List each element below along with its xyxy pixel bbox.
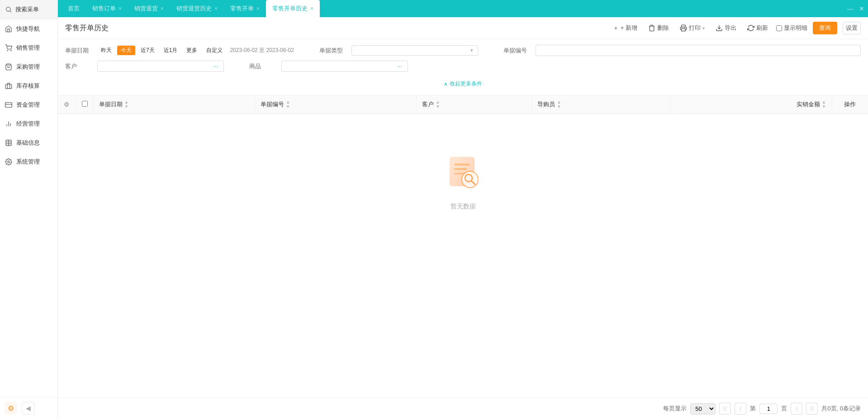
per-page-select[interactable]: 50 10 20 100 <box>690 403 716 414</box>
th-guide[interactable]: 导购员 ▲▼ <box>532 95 670 114</box>
print-button[interactable]: 打印 ▾ <box>677 22 707 34</box>
print-dropdown-icon[interactable]: ▾ <box>702 26 705 31</box>
goods-dots[interactable]: ··· <box>395 63 404 70</box>
sidebar-item-label: 库存核算 <box>16 82 40 90</box>
tab-retail-open-history-label: 零售开单历史 <box>272 5 308 13</box>
th-doc-number-sort[interactable]: 单据编号 ▲▼ <box>261 100 411 109</box>
tab-sales-return-label: 销货退货 <box>134 5 158 13</box>
tab-sales-order-close[interactable]: × <box>119 5 122 12</box>
display-detail-checkbox[interactable]: 显示明细 <box>776 24 807 32</box>
date-range-text: 2023-06-02 至 2023-06-02 <box>230 47 294 54</box>
export-button[interactable]: 导出 <box>713 22 739 34</box>
sidebar: 搜索采单 快捷导航 销售管理 采购管理 库存核算 资金管理 经营 <box>0 0 58 419</box>
page-number-input[interactable] <box>759 404 778 414</box>
select-all-checkbox[interactable] <box>82 101 88 107</box>
th-doc-date-sort[interactable]: 单据日期 ▲▼ <box>99 100 249 109</box>
tab-retail-open[interactable]: 零售开单 × <box>224 0 266 17</box>
date-shortcut-today[interactable]: 今天 <box>117 46 135 55</box>
tab-sales-order[interactable]: 销售订单 × <box>86 0 128 17</box>
sort-icon: ▲▼ <box>436 100 440 109</box>
date-shortcut-more[interactable]: 更多 <box>183 46 201 55</box>
trash-icon <box>648 24 655 32</box>
th-guide-sort[interactable]: 导购员 ▲▼ <box>537 100 664 109</box>
sidebar-item-label: 基础信息 <box>16 139 40 147</box>
window-minimize-button[interactable]: — <box>847 5 854 12</box>
svg-rect-19 <box>454 164 470 165</box>
doc-number-label: 单据编号 <box>503 47 528 55</box>
sidebar-collapse-button[interactable]: ◀ <box>22 402 34 414</box>
add-label: + 新增 <box>621 24 637 32</box>
sidebar-search[interactable]: 搜索采单 <box>0 0 57 19</box>
query-button[interactable]: 查询 <box>813 22 837 34</box>
svg-rect-5 <box>5 85 11 89</box>
th-amount-sort[interactable]: 实销金额 ▲▼ <box>676 100 826 109</box>
tab-retail-open-close[interactable]: × <box>256 5 260 12</box>
delete-label: 删除 <box>657 24 669 32</box>
goods-input[interactable]: ··· <box>281 61 408 72</box>
svg-rect-20 <box>454 168 467 170</box>
sidebar-item-operations[interactable]: 经营管理 <box>0 114 57 133</box>
total-info: 共0页, 0条记录 <box>821 405 861 413</box>
th-doc-date-label: 单据日期 <box>99 100 123 108</box>
sort-icon: ▲▼ <box>557 100 561 109</box>
pagination: 每页显示 50 10 20 100 ⟨⟨ ⟨ 第 页 ⟩ ⟩⟩ 共0页, 0条记… <box>58 398 868 419</box>
sidebar-item-sys-mgmt[interactable]: 系统管理 <box>0 152 57 171</box>
tab-home[interactable]: 首页 <box>62 0 86 17</box>
th-amount[interactable]: 实销金额 ▲▼ <box>670 95 832 114</box>
refresh-button[interactable]: 刷新 <box>745 22 771 34</box>
filter-row-1: 单据日期 昨天 今天 近7天 近1月 更多 自定义 2023-06-02 至 2… <box>65 45 861 56</box>
tab-sales-return[interactable]: 销货退货 × <box>128 0 170 17</box>
th-doc-date[interactable]: 单据日期 ▲▼ <box>93 95 255 114</box>
customer-input[interactable]: ··· <box>97 61 224 72</box>
window-close-button[interactable]: ✕ <box>859 5 864 12</box>
collapse-row: ∧ 收起更多条件 <box>65 76 861 89</box>
date-shortcut-yesterday[interactable]: 昨天 <box>97 46 115 55</box>
settings-icon <box>5 158 13 166</box>
per-page-label: 每页显示 <box>663 405 687 413</box>
th-actions: 操作 <box>832 95 868 114</box>
th-checkbox[interactable] <box>76 95 93 114</box>
add-icon: ＋ <box>613 24 619 32</box>
th-customer-label: 客户 <box>422 100 434 108</box>
first-page-button[interactable]: ⟨⟨ <box>719 403 731 414</box>
date-shortcut-1month[interactable]: 近1月 <box>160 46 181 55</box>
page-header: 零售开单历史 ＋ + 新增 删除 打印 ▾ <box>58 17 868 39</box>
sidebar-item-sales-mgmt[interactable]: 销售管理 <box>0 38 57 57</box>
last-page-button[interactable]: ⟩⟩ <box>806 403 818 414</box>
settings-button[interactable]: 设置 <box>843 22 861 34</box>
th-doc-number[interactable]: 单据编号 ▲▼ <box>255 95 416 114</box>
goods-label: 商品 <box>249 62 274 71</box>
th-customer-sort[interactable]: 客户 ▲▼ <box>422 100 526 109</box>
export-label: 导出 <box>725 24 736 32</box>
content-area: 零售开单历史 ＋ + 新增 删除 打印 ▾ <box>58 17 868 419</box>
sidebar-item-basic-info[interactable]: 基础信息 <box>0 133 57 152</box>
tab-sales-return-history[interactable]: 销货退货历史 × <box>170 0 224 17</box>
doc-type-select[interactable]: ▾ <box>351 45 478 56</box>
customer-dots[interactable]: ··· <box>211 63 220 70</box>
sidebar-item-purchase-mgmt[interactable]: 采购管理 <box>0 57 57 76</box>
sidebar-item-finance[interactable]: 资金管理 <box>0 95 57 114</box>
tab-retail-open-history-close[interactable]: × <box>310 5 313 12</box>
settings-label: 设置 <box>846 24 858 32</box>
sort-icon: ▲▼ <box>124 100 129 109</box>
th-amount-label: 实销金额 <box>797 100 820 108</box>
display-detail-check[interactable] <box>776 25 782 31</box>
delete-button[interactable]: 删除 <box>645 22 672 34</box>
display-detail-label-text: 显示明细 <box>784 24 807 32</box>
tab-sales-return-close[interactable]: × <box>161 5 164 12</box>
date-shortcut-7days[interactable]: 近7天 <box>137 46 158 55</box>
doc-number-input[interactable] <box>536 45 861 56</box>
add-button[interactable]: ＋ + 新增 <box>610 22 640 34</box>
th-settings[interactable]: ⚙ <box>58 95 76 114</box>
collapse-button[interactable]: ∧ 收起更多条件 <box>440 78 486 89</box>
th-customer[interactable]: 客户 ▲▼ <box>417 95 532 114</box>
next-page-button[interactable]: ⟩ <box>791 403 802 414</box>
main-content: 首页 销售订单 × 销货退货 × 销货退货历史 × 零售开单 × 零售开单历史 … <box>58 0 868 419</box>
sidebar-item-quick-nav[interactable]: 快捷导航 <box>0 19 57 38</box>
sidebar-item-inventory[interactable]: 库存核算 <box>0 76 57 95</box>
tab-sales-return-history-close[interactable]: × <box>214 5 218 12</box>
tab-retail-open-history[interactable]: 零售开单历史 × <box>266 0 320 17</box>
date-shortcut-custom[interactable]: 自定义 <box>203 46 226 55</box>
gear-button[interactable]: ⚙ <box>5 402 17 414</box>
prev-page-button[interactable]: ⟨ <box>735 403 746 414</box>
